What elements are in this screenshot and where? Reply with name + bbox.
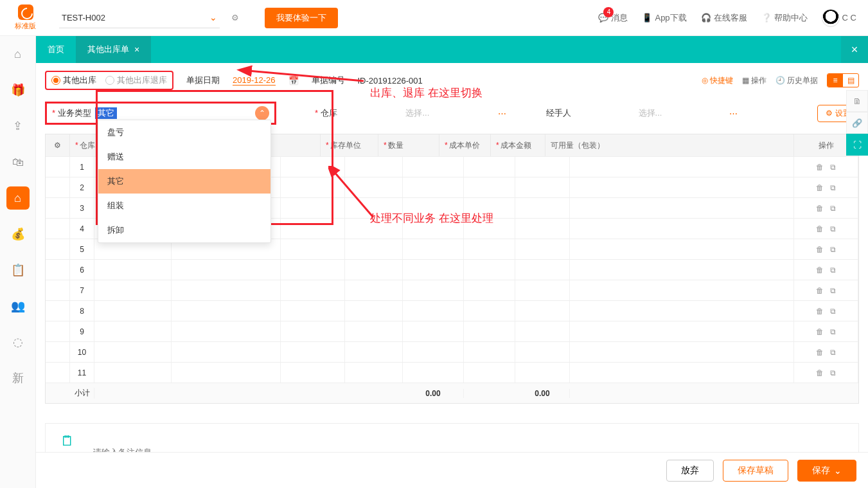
table-row[interactable]: 11🗑⧉ [46, 362, 858, 383]
col-gear[interactable]: ⚙ [46, 134, 70, 156]
try-button[interactable]: 我要体验一下 [265, 8, 338, 28]
delete-icon[interactable]: 🗑 [816, 307, 824, 316]
copy-icon[interactable]: ⧉ [830, 327, 836, 336]
app-download-link[interactable]: 📱 App下载 [642, 12, 686, 24]
app-logo: 标准版 [12, 5, 40, 31]
delete-icon[interactable]: 🗑 [816, 286, 824, 295]
more-icon[interactable]: ⋯ [498, 109, 508, 118]
table-row[interactable]: 6🗑⧉ [46, 259, 858, 280]
nav-new-icon[interactable]: 新 [6, 366, 30, 390]
remark-input[interactable] [93, 447, 849, 453]
doc-type-radio-group: 其他出库 其他出库退库 [45, 71, 173, 90]
headset-icon: 🎧 [701, 13, 711, 23]
tenant-select[interactable]: TEST-H002 ⌄ [59, 8, 220, 28]
table-row[interactable]: 8🗑⧉ [46, 300, 858, 321]
tenant-settings-button[interactable]: ⚙ [225, 8, 245, 28]
rail-expand-icon[interactable]: ⛶ [846, 134, 868, 156]
nav-custom-icon[interactable]: ◌ [6, 330, 30, 354]
help-center-link[interactable]: ❔ 帮助中心 [761, 12, 808, 24]
list-view-icon[interactable]: ≡ [828, 74, 843, 87]
tab-home-label: 首页 [48, 44, 64, 55]
warehouse-field[interactable]: 仓库 选择... ⋯ [315, 107, 508, 119]
delete-icon[interactable]: 🗑 [816, 183, 824, 192]
dropdown-option-selected[interactable]: 其它 [98, 169, 270, 194]
copy-icon[interactable]: ⧉ [830, 348, 836, 357]
copy-icon[interactable]: ⧉ [830, 224, 836, 233]
remark-section: 🗒 备注信息 [45, 423, 859, 452]
nav-home-icon[interactable]: ⌂ [6, 42, 30, 66]
copy-icon[interactable]: ⧉ [830, 204, 836, 213]
remark-icon-block: 🗒 备注信息 [55, 433, 80, 452]
chevron-up-icon[interactable]: ⌃ [255, 106, 269, 120]
more-icon[interactable]: ⋯ [729, 109, 739, 118]
card-view-icon[interactable]: ▤ [843, 74, 858, 87]
rail-doc-icon[interactable]: 🗎 [846, 90, 868, 112]
warehouse-placeholder: 选择... [405, 107, 429, 119]
customer-service-link[interactable]: 🎧 在线客服 [701, 12, 747, 24]
rail-link-icon[interactable]: 🔗 [846, 112, 868, 134]
delete-icon[interactable]: 🗑 [816, 163, 824, 172]
copy-icon[interactable]: ⧉ [830, 183, 836, 192]
tab-home[interactable]: 首页 [36, 36, 76, 63]
help-center-label: 帮助中心 [774, 12, 808, 24]
phone-icon: 📱 [642, 13, 652, 23]
delete-icon[interactable]: 🗑 [816, 266, 824, 275]
nav-warehouse-icon[interactable]: ⌂ [6, 186, 30, 210]
nav-bag-icon[interactable]: 🛍 [6, 150, 30, 174]
nav-in-icon[interactable]: ⇪ [6, 114, 30, 138]
operate-link[interactable]: ▦操作 [742, 75, 766, 86]
close-icon[interactable]: × [134, 44, 139, 55]
row-index: 9 [70, 321, 94, 341]
edition-label: 标准版 [15, 21, 36, 31]
save-button[interactable]: 保存⌄ [797, 460, 856, 482]
note-icon: 🗒 [60, 433, 75, 449]
copy-icon[interactable]: ⧉ [830, 266, 836, 275]
user-menu[interactable]: C C [822, 9, 856, 27]
delete-icon[interactable]: 🗑 [816, 245, 824, 254]
messages-link[interactable]: 💬 消息 4 [598, 12, 628, 24]
subtotal-amt: 0.00 [515, 389, 570, 398]
delete-icon[interactable]: 🗑 [816, 327, 824, 336]
nav-gift-icon[interactable]: 🎁 [6, 78, 30, 102]
table-row[interactable]: 10🗑⧉ [46, 341, 858, 362]
handler-field[interactable]: 经手人 选择... ⋯ [546, 107, 739, 119]
shortcut-link[interactable]: ◎快捷键 [702, 75, 733, 86]
copy-icon[interactable]: ⧉ [830, 163, 836, 172]
table-row[interactable]: 7🗑⧉ [46, 280, 858, 300]
copy-icon[interactable]: ⧉ [830, 286, 836, 295]
dropdown-option[interactable]: 拆卸 [98, 218, 270, 242]
copy-icon[interactable]: ⧉ [830, 307, 836, 316]
cancel-button[interactable]: 放弃 [666, 460, 714, 482]
save-draft-button[interactable]: 保存草稿 [723, 460, 788, 482]
radio-return[interactable]: 其他出库退库 [105, 75, 167, 86]
top-bar: 标准版 TEST-H002 ⌄ ⚙ 我要体验一下 💬 消息 4 📱 App下载 … [0, 0, 868, 36]
dropdown-option[interactable]: 赠送 [98, 145, 270, 169]
copy-icon[interactable]: ⧉ [830, 245, 836, 254]
col-qty: 数量 [378, 134, 439, 156]
delete-icon[interactable]: 🗑 [816, 204, 824, 213]
logo-icon [18, 5, 33, 20]
row-index: 2 [70, 177, 94, 197]
row-index: 1 [70, 157, 94, 177]
radio-dot-selected-icon [51, 76, 60, 85]
radio-out[interactable]: 其他出库 [51, 75, 96, 86]
history-link[interactable]: 🕘历史单据 [775, 75, 818, 86]
table-row[interactable]: 9🗑⧉ [46, 321, 858, 341]
dropdown-option[interactable]: 组装 [98, 194, 270, 218]
tab-current[interactable]: 其他出库单 × [76, 36, 151, 63]
delete-icon[interactable]: 🗑 [816, 368, 824, 377]
dropdown-option[interactable]: 盘亏 [98, 120, 270, 145]
nav-contacts-icon[interactable]: 👥 [6, 294, 30, 318]
delete-icon[interactable]: 🗑 [816, 224, 824, 233]
nav-money-icon[interactable]: 💰 [6, 222, 30, 246]
avatar-icon [822, 9, 840, 27]
messages-label: 消息 [611, 12, 628, 24]
handler-placeholder: 选择... [639, 107, 662, 119]
close-all-tabs-button[interactable]: × [841, 36, 868, 63]
svg-line-1 [333, 171, 373, 217]
left-nav-rail: ⌂ 🎁 ⇪ 🛍 ⌂ 💰 📋 👥 ◌ 新 [0, 36, 36, 488]
view-toggle[interactable]: ≡ ▤ [827, 73, 859, 87]
delete-icon[interactable]: 🗑 [816, 348, 824, 357]
copy-icon[interactable]: ⧉ [830, 368, 836, 377]
nav-clipboard-icon[interactable]: 📋 [6, 258, 30, 282]
